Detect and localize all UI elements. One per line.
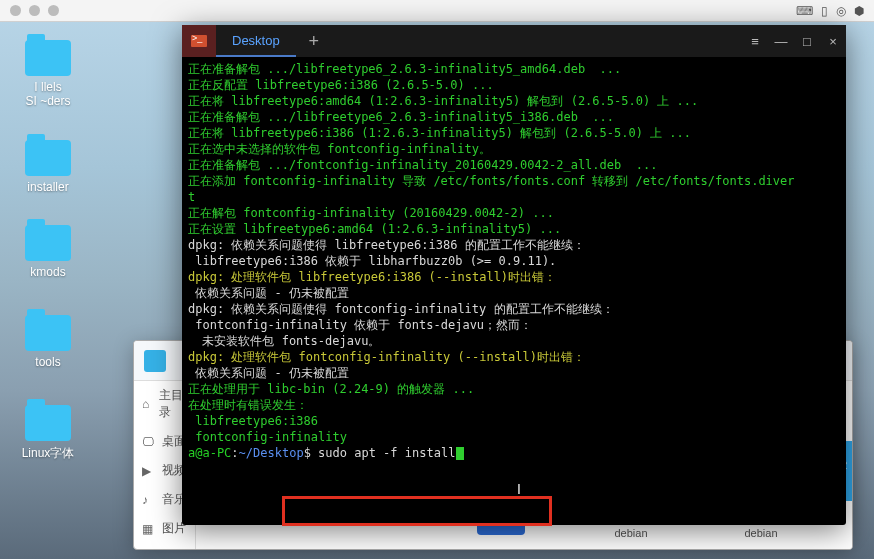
- terminal-window[interactable]: Desktop + ≡ — □ × 正在准备解包 .../libfreetype…: [182, 25, 846, 525]
- terminal-app-icon: [182, 25, 216, 57]
- desktop-folder-installer[interactable]: installer: [12, 140, 84, 194]
- traffic-lights: [0, 5, 59, 16]
- file-manager-logo-icon: [144, 350, 166, 372]
- minimize-button[interactable]: —: [768, 25, 794, 57]
- desktop-icon: 🖵: [142, 435, 156, 449]
- desktop-folder-tools[interactable]: tools: [12, 315, 84, 369]
- close-icon: ×: [829, 34, 837, 49]
- terminal-line: 正在准备解包 .../libfreetype6_2.6.3-infinality…: [188, 109, 840, 125]
- zoom-dot[interactable]: [48, 5, 59, 16]
- icon-label: I llels: [12, 80, 84, 94]
- terminal-line: 未安装软件包 fonts-dejavu。: [188, 333, 840, 349]
- terminal-line: 正在将 libfreetype6:i386 (1:2.6.3-infinalit…: [188, 125, 840, 141]
- icon-label: installer: [12, 180, 84, 194]
- menu-icon: ≡: [751, 34, 759, 49]
- close-button[interactable]: ×: [820, 25, 846, 57]
- keyboard-icon[interactable]: ⌨: [796, 4, 813, 18]
- terminal-line: dpkg: 依赖关系问题使得 libfreetype6:i386 的配置工作不能…: [188, 237, 840, 253]
- picture-icon: ▦: [142, 522, 156, 536]
- terminal-line: 依赖关系问题 - 仍未被配置: [188, 285, 840, 301]
- minimize-icon: —: [775, 34, 788, 49]
- desktop-folder-parallels[interactable]: I llels SI ~ders: [12, 40, 84, 108]
- folder-icon: [25, 405, 71, 441]
- icon-label-sub: SI ~ders: [12, 94, 84, 108]
- terminal-line: 正在准备解包 .../fontconfig-infinality_2016042…: [188, 157, 840, 173]
- terminal-line: 正在准备解包 .../libfreetype6_2.6.3-infinality…: [188, 61, 840, 77]
- terminal-output[interactable]: 正在准备解包 .../libfreetype6_2.6.3-infinality…: [182, 57, 846, 525]
- minimize-dot[interactable]: [29, 5, 40, 16]
- file-tile-label: debian: [606, 527, 656, 539]
- terminal-line: fontconfig-infinality: [188, 429, 840, 445]
- terminal-line: 在处理时有错误发生：: [188, 397, 840, 413]
- desktop-folder-kmods[interactable]: kmods: [12, 225, 84, 279]
- sidebar-item-label: 文档: [162, 549, 186, 550]
- terminal-line: 正在反配置 libfreetype6:i386 (2.6.5-5.0) ...: [188, 77, 840, 93]
- new-tab-button[interactable]: +: [296, 25, 332, 57]
- terminal-line: 依赖关系问题 - 仍未被配置: [188, 365, 840, 381]
- target-icon[interactable]: ◎: [836, 4, 846, 18]
- icon-label: kmods: [12, 265, 84, 279]
- terminal-cursor: [456, 447, 464, 460]
- prompt-sep: :: [231, 446, 238, 460]
- shield-icon[interactable]: ⬢: [854, 4, 864, 18]
- mac-window-titlebar: ⌨ ▯ ◎ ⬢: [0, 0, 874, 22]
- terminal-tabbar: Desktop + ≡ — □ ×: [182, 25, 846, 57]
- terminal-line: t: [188, 189, 840, 205]
- file-tile-label: debian: [736, 527, 786, 539]
- terminal-line: libfreetype6:i386: [188, 413, 840, 429]
- desktop-folder-linuxfonts[interactable]: Linux字体: [12, 405, 84, 462]
- icon-label: tools: [12, 355, 84, 369]
- terminal-line: dpkg: 依赖关系问题使得 fontconfig-infinality 的配置…: [188, 301, 840, 317]
- maximize-button[interactable]: □: [794, 25, 820, 57]
- folder-icon: [25, 140, 71, 176]
- maximize-icon: □: [803, 34, 811, 49]
- terminal-prompt-line[interactable]: a@a-PC:~/Desktop$ sudo apt -f install: [188, 445, 840, 461]
- sidebar-item-documents[interactable]: 🗎文档: [134, 543, 195, 550]
- terminal-line: 正在选中未选择的软件包 fontconfig-infinality。: [188, 141, 840, 157]
- menu-button[interactable]: ≡: [742, 25, 768, 57]
- folder-icon: [25, 40, 71, 76]
- folder-icon: [25, 225, 71, 261]
- terminal-line: fontconfig-infinality 依赖于 fonts-dejavu；然…: [188, 317, 840, 333]
- terminal-line: 正在设置 libfreetype6:amd64 (1:2.6.3-infinal…: [188, 221, 840, 237]
- terminal-tab-active[interactable]: Desktop: [216, 25, 296, 57]
- terminal-line: libfreetype6:i386 依赖于 libharfbuzz0b (>= …: [188, 253, 840, 269]
- terminal-line: dpkg: 处理软件包 fontconfig-infinality (--ins…: [188, 349, 840, 365]
- folder-icon: [25, 315, 71, 351]
- terminal-line: 正在将 libfreetype6:amd64 (1:2.6.3-infinali…: [188, 93, 840, 109]
- terminal-line: 正在处理用于 libc-bin (2.24-9) 的触发器 ...: [188, 381, 840, 397]
- tab-label: Desktop: [232, 33, 280, 48]
- prompt-user: a@a-PC: [188, 446, 231, 460]
- typed-command: sudo apt -f install: [311, 446, 456, 460]
- battery-icon[interactable]: ▯: [821, 4, 828, 18]
- music-icon: ♪: [142, 493, 156, 507]
- menubar-right: ⌨ ▯ ◎ ⬢: [796, 4, 874, 18]
- video-icon: ▶: [142, 464, 156, 478]
- home-icon: ⌂: [142, 397, 153, 411]
- prompt-path: ~/Desktop: [239, 446, 304, 460]
- prompt-dollar: $: [304, 446, 311, 460]
- close-dot[interactable]: [10, 5, 21, 16]
- terminal-line: 正在解包 fontconfig-infinality (20160429.004…: [188, 205, 840, 221]
- icon-label: Linux字体: [12, 445, 84, 462]
- terminal-line: 正在添加 fontconfig-infinality 导致 /etc/fonts…: [188, 173, 840, 189]
- terminal-line: dpkg: 处理软件包 libfreetype6:i386 (--install…: [188, 269, 840, 285]
